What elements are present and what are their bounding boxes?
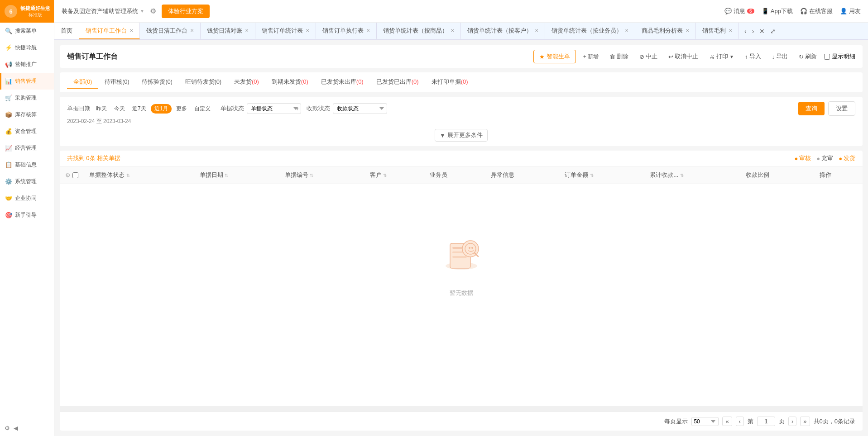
payment-select[interactable]: 收款状态 [333, 103, 387, 114]
sort-status-icon[interactable]: ⇅ [126, 173, 130, 178]
tab-sales-order-workbench[interactable]: 销售订单工作台 ✕ [79, 23, 140, 39]
tab-home[interactable]: 首页 [54, 23, 79, 39]
tab-close-cash-reconcile[interactable]: ✕ [245, 28, 249, 33]
sidebar-item-inventory[interactable]: 📦 库存核算 [0, 106, 54, 123]
sidebar-item-basic-info[interactable]: 📋 基础信息 [0, 156, 54, 173]
subtab-not-printed[interactable]: 未打印单据(0) [425, 76, 475, 89]
page-content: 销售订单工作台 ★ 智能生单 + 新增 🗑 删除 ⊘ 中止 ↩ 取消中止 [54, 40, 868, 436]
online-service-label: 在线客服 [809, 7, 833, 15]
sort-collected-icon[interactable]: ⇅ [680, 173, 684, 178]
print-button[interactable]: 🖨 打印 ▼ [705, 50, 738, 63]
subtab-pending-review[interactable]: 待审核(0) [98, 76, 135, 89]
date-yesterday[interactable]: 昨天 [93, 104, 110, 114]
message-icon-item[interactable]: 💬 消息 6 [724, 7, 754, 15]
stop-button[interactable]: ⊘ 中止 [636, 50, 661, 63]
solution-button[interactable]: 体验行业方案 [162, 5, 210, 18]
tab-scroll-right[interactable]: › [750, 26, 756, 37]
tab-close-sales-stats[interactable]: ✕ [306, 28, 309, 33]
date-1month[interactable]: 近1月 [151, 104, 172, 114]
date-custom[interactable]: 自定义 [192, 104, 213, 114]
online-service-item[interactable]: 🎧 在线客服 [800, 7, 833, 15]
query-button[interactable]: 查询 [798, 102, 825, 115]
expand-icon: ▼ [440, 132, 446, 139]
show-detail-checkbox[interactable] [824, 54, 830, 60]
sidebar-item-marketing[interactable]: 📢 营销推广 [0, 56, 54, 73]
subtab-shipped-not-out[interactable]: 已发货未出库(0) [315, 76, 370, 89]
refresh-button[interactable]: ↻ 刷新 [795, 50, 820, 63]
subtab-wangpu[interactable]: 旺铺待发货(0) [179, 76, 228, 89]
prev-page-button[interactable]: ‹ [736, 417, 744, 426]
tab-sales-by-customer[interactable]: 销货单统计表（按客户） ✕ [461, 23, 545, 39]
sort-customer-icon[interactable]: ⇅ [383, 173, 387, 178]
first-page-button[interactable]: « [722, 417, 732, 426]
date-more[interactable]: 更多 [173, 104, 190, 114]
tab-close-cash-daily[interactable]: ✕ [190, 28, 194, 33]
sidebar-item-quick-nav[interactable]: ⚡ 快捷导航 [0, 39, 54, 56]
delete-button[interactable]: 🗑 删除 [606, 50, 632, 63]
date-7days[interactable]: 近7天 [129, 104, 149, 114]
next-page-button[interactable]: › [788, 417, 796, 426]
tab-sales-profit[interactable]: 销售毛利 ✕ [696, 23, 739, 39]
system-title-dropdown[interactable]: 装备及固定资产辅助管理系统 ▼ [62, 7, 144, 15]
cancel-stop-button[interactable]: ↩ 取消中止 [665, 50, 702, 63]
sort-number-icon[interactable]: ⇅ [310, 173, 313, 178]
tab-maximize[interactable]: ⤢ [768, 26, 777, 37]
show-detail-label[interactable]: 显示明细 [824, 52, 855, 61]
sidebar-item-finance[interactable]: 💰 资金管理 [0, 123, 54, 140]
tab-close-sales-profit[interactable]: ✕ [729, 28, 732, 33]
sidebar-item-enterprise[interactable]: 🤝 企业协同 [0, 190, 54, 207]
tab-sales-by-staff[interactable]: 销货单统计表（按业务员） ✕ [545, 23, 635, 39]
collapse-icon[interactable]: ◀ [14, 425, 18, 431]
tab-close-gross-margin[interactable]: ✕ [686, 28, 689, 33]
topbar-gear-icon[interactable]: ⚙ [150, 7, 156, 15]
cancel-review-op-button[interactable]: ● 充审 [816, 154, 833, 162]
import-button[interactable]: ↑ 导入 [741, 50, 765, 63]
tab-gross-margin[interactable]: 商品毛利分析表 ✕ [635, 23, 696, 39]
tab-cash-daily[interactable]: 钱货日清工作台 ✕ [140, 23, 201, 39]
th-customer: 客户 ⇅ [364, 166, 424, 184]
sidebar-item-operations[interactable]: 📈 经营管理 [0, 140, 54, 156]
user-item[interactable]: 👤 用友 [840, 7, 861, 15]
tab-close-sales-order[interactable]: ✕ [129, 28, 133, 33]
status-select[interactable]: 单据状态 [247, 103, 301, 114]
table-scroll-container[interactable]: ⚙ 单据整体状态 ⇅ 单据日期 ⇅ [60, 166, 863, 406]
app-download-item[interactable]: 📱 App下载 [762, 7, 793, 15]
export-button[interactable]: ↓ 导出 [768, 50, 792, 63]
tab-cash-reconcile[interactable]: 钱货日清对账 ✕ [201, 23, 255, 39]
ship-op-button[interactable]: ● 发货 [839, 154, 855, 162]
sidebar-item-search[interactable]: 🔍 搜索菜单 [0, 23, 54, 39]
subtab-pending-inspect[interactable]: 待拣验货(0) [135, 76, 178, 89]
page-number-input[interactable] [757, 417, 775, 426]
sidebar-item-purchase[interactable]: 🛒 采购管理 [0, 90, 54, 106]
tab-sales-stats[interactable]: 销售订单统计表 ✕ [255, 23, 316, 39]
subtab-overdue[interactable]: 到期未发货(0) [265, 76, 315, 89]
tab-close-sales-by-product[interactable]: ✕ [451, 28, 454, 33]
tab-close-sales-by-staff[interactable]: ✕ [625, 28, 628, 33]
page-size-select[interactable]: 20 50 100 [691, 417, 719, 426]
tab-close-sales-by-customer[interactable]: ✕ [535, 28, 538, 33]
sidebar-item-guide[interactable]: 🎯 新手引导 [0, 207, 54, 223]
sort-date-icon[interactable]: ⇅ [225, 173, 228, 178]
horizontal-scrollbar[interactable] [60, 406, 863, 412]
add-button[interactable]: + 新增 [580, 51, 602, 63]
review-op-button[interactable]: ● 审核 [794, 154, 811, 162]
tab-close-all[interactable]: ✕ [758, 26, 767, 37]
sort-amount-icon[interactable]: ⇅ [590, 173, 594, 178]
settings-icon[interactable]: ⚙ [5, 425, 10, 431]
settings-button[interactable]: 设置 [828, 101, 855, 116]
subtab-not-shipped[interactable]: 未发货(0) [228, 76, 265, 89]
column-settings-icon[interactable]: ⚙ [65, 172, 71, 179]
tab-close-sales-exec[interactable]: ✕ [366, 28, 370, 33]
smart-create-button[interactable]: ★ 智能生单 [533, 50, 576, 63]
tab-scroll-left[interactable]: ‹ [743, 26, 748, 37]
tab-sales-exec[interactable]: 销售订单执行表 ✕ [316, 23, 377, 39]
tab-sales-by-product[interactable]: 销货单统计表（按商品） ✕ [377, 23, 461, 39]
sidebar-item-system[interactable]: ⚙️ 系统管理 [0, 173, 54, 190]
last-page-button[interactable]: » [800, 417, 810, 426]
date-today[interactable]: 今天 [111, 104, 128, 114]
select-all-checkbox[interactable] [72, 172, 78, 178]
subtab-shipped-out[interactable]: 已发货已出库(0) [370, 76, 425, 89]
subtab-all[interactable]: 全部(0) [67, 76, 98, 89]
sidebar-item-sales[interactable]: 📊 销售管理 [0, 73, 54, 90]
expand-filter-button[interactable]: ▼ 展开更多条件 [435, 129, 488, 142]
